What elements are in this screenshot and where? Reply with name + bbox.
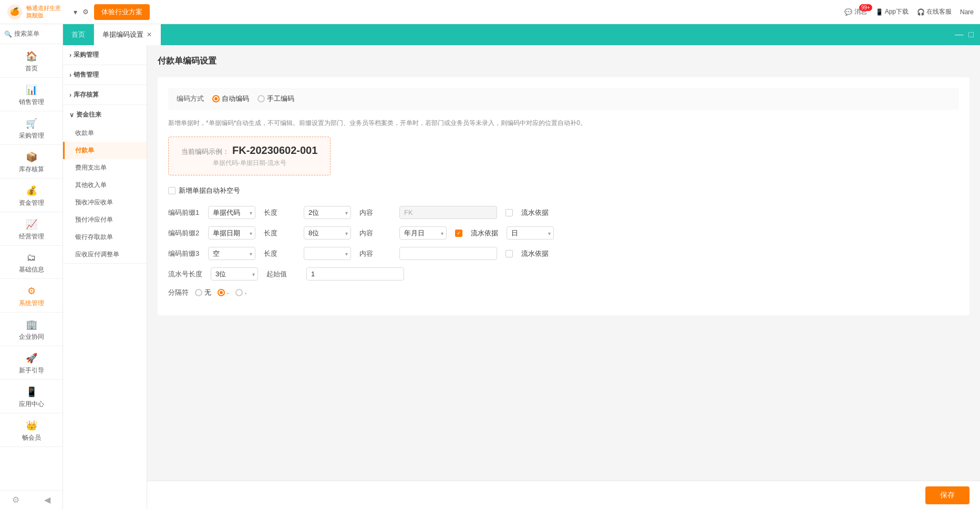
sidebar-item-newguide[interactable]: 🚀 新手引导 (0, 346, 63, 380)
tab-home[interactable]: 首页 (63, 24, 94, 45)
sidebar-bottom: ⚙ ◀ (0, 490, 63, 509)
serial2-label: 流水依据 (471, 228, 498, 238)
sec-item-prepay-payable[interactable]: 预付冲应付单 (63, 211, 147, 228)
chevron-down-icon: ∨ (69, 111, 74, 119)
top-bar-right: 💬 消息 99+ 📱 App下载 🎧 在线客服 Nare (844, 7, 974, 16)
sec-group-inventory: › 库存核算 (63, 85, 147, 105)
length2-select[interactable]: 8位 (304, 226, 351, 240)
sidebar-item-base[interactable]: 🗂 基础信息 (0, 246, 63, 279)
sidebar-item-inventory[interactable]: 📦 库存核算 (0, 145, 63, 179)
sidebar-item-appcenter[interactable]: 📱 应用中心 (0, 380, 63, 413)
length1-select-wrap: 2位 (304, 206, 351, 219)
prefix3-select[interactable]: 空 (208, 247, 255, 260)
sec-group-capital: ∨ 资金往来 收款单 付款单 费用支出单 其他收入单 (63, 105, 147, 264)
sec-item-prepay-receivable[interactable]: 预收冲应收单 (63, 194, 147, 211)
sec-group-inventory-title[interactable]: › 库存核算 (63, 85, 147, 105)
auto-encode-radio[interactable]: 自动编码 (212, 94, 249, 103)
sidebar-item-label: 企业协同 (19, 333, 44, 341)
serial1-checkbox[interactable] (506, 209, 513, 216)
manual-encode-radio[interactable]: 手工编码 (257, 94, 294, 103)
length2-select-wrap: 8位 (304, 226, 351, 240)
app-download-button[interactable]: 📱 App下载 (875, 7, 909, 16)
user-avatar[interactable]: Nare (960, 8, 974, 16)
auto-fill-checkbox[interactable] (168, 187, 176, 194)
prefix1-select-wrap: 单据代码 (208, 206, 255, 219)
sidebar-settings-icon[interactable]: ⚙ (12, 495, 19, 505)
experience-button[interactable]: 体验行业方案 (94, 4, 150, 20)
prefix2-select[interactable]: 单据日期 (208, 226, 255, 240)
code-preview-sub: 单据代码-单据日期-流水号 (181, 159, 317, 168)
sep-dot-dot (218, 289, 225, 296)
sidebar-item-operation[interactable]: 📈 经营管理 (0, 212, 63, 246)
sec-item-bank[interactable]: 银行存取款单 (63, 228, 147, 246)
member-icon: 👑 (26, 420, 37, 431)
prefix2-label: 编码前缀2 (168, 228, 200, 238)
online-service-button[interactable]: 🎧 在线客服 (917, 7, 952, 16)
length1-select[interactable]: 2位 (304, 206, 351, 219)
auto-encode-radio-dot (212, 95, 220, 102)
sidebar-item-system[interactable]: ⚙ 系统管理 (0, 279, 63, 313)
start-value-input[interactable] (306, 267, 404, 281)
newguide-icon: 🚀 (26, 352, 37, 364)
sidebar-item-member[interactable]: 👑 畅会员 (0, 413, 63, 447)
home-icon: 🏠 (26, 50, 37, 62)
content3-input[interactable] (399, 247, 497, 260)
chevron-right-icon3: › (69, 91, 71, 99)
serial-length-select[interactable]: 3位 (211, 267, 258, 281)
sec-item-expense[interactable]: 费用支出单 (63, 159, 147, 176)
separator-dot-label: · (227, 289, 229, 297)
serial3-label: 流水依据 (521, 249, 549, 258)
prefix1-select[interactable]: 单据代码 (208, 206, 255, 219)
sidebar-collapse-icon[interactable]: ◀ (44, 495, 50, 505)
content2-select-wrap: 年月日 (399, 226, 447, 240)
tab-encode-settings[interactable]: 单据编码设置 ✕ (94, 24, 161, 45)
sidebar-item-home[interactable]: 🏠 首页 (0, 44, 63, 78)
sidebar-item-enterprise[interactable]: 🏢 企业协同 (0, 313, 63, 346)
sec-group-purchase: › 采购管理 (63, 45, 147, 65)
separator-dot2-radio[interactable]: · (235, 289, 247, 297)
prefix3-select-wrap: 空 (208, 247, 255, 260)
settings-icon[interactable]: ⚙ (82, 8, 89, 16)
separator-none-radio[interactable]: 无 (195, 288, 211, 297)
sec-item-receipt[interactable]: 收款单 (63, 124, 147, 142)
sales-icon: 📊 (26, 84, 37, 96)
sidebar-item-label: 销售管理 (19, 98, 44, 107)
tab-close-icon[interactable]: ✕ (147, 31, 152, 38)
form-row-2: 编码前缀2 单据日期 长度 8位 (168, 226, 959, 240)
sidebar-item-label: 应用中心 (19, 400, 44, 409)
search-menu-button[interactable]: 🔍 搜索菜单 (0, 24, 63, 44)
sec-group-sales-title[interactable]: › 销售管理 (63, 65, 147, 85)
page-title: 付款单编码设置 (158, 56, 969, 67)
separator-row: 分隔符 无 · · (168, 288, 959, 297)
sidebar-item-purchase[interactable]: 🛒 采购管理 (0, 111, 63, 145)
content2-select[interactable]: 年月日 (399, 226, 447, 240)
sidebar-item-sales[interactable]: 📊 销售管理 (0, 78, 63, 111)
sidebar-item-label: 库存核算 (19, 165, 44, 174)
dropdown-arrow-icon[interactable]: ▾ (74, 8, 77, 16)
encode-method-row: 编码方式 自动编码 手工编码 (168, 88, 959, 110)
serial2-checkbox[interactable]: ✓ (455, 230, 462, 237)
bottom-bar: 保存 (147, 481, 980, 509)
sec-item-payment[interactable]: 付款单 (63, 142, 147, 159)
sec-group-purchase-title[interactable]: › 采购管理 (63, 45, 147, 65)
serial2-unit-select[interactable]: 日 (507, 226, 554, 240)
save-button[interactable]: 保存 (925, 486, 969, 504)
manual-encode-label: 手工编码 (267, 94, 294, 103)
length3-select[interactable] (304, 247, 351, 260)
logo-area: 🍊 畅通道好生意 旗舰版 (6, 4, 69, 20)
sec-item-adjust[interactable]: 应收应付调整单 (63, 246, 147, 263)
content2-label: 内容 (359, 228, 391, 238)
sidebar-item-finance[interactable]: 💰 资金管理 (0, 179, 63, 212)
separator-dot-radio[interactable]: · (218, 289, 229, 297)
serial3-checkbox[interactable] (506, 250, 513, 257)
sidebar-item-label: 首页 (25, 64, 38, 73)
minimize-icon[interactable]: — (953, 28, 965, 41)
sec-item-other-income[interactable]: 其他收入单 (63, 176, 147, 194)
auto-fill-label: 新增单据自动补空号 (179, 186, 240, 195)
separator-label: 分隔符 (168, 288, 189, 297)
top-bar: 🍊 畅通道好生意 旗舰版 ▾ ⚙ 体验行业方案 💬 消息 99+ 📱 App下载… (0, 0, 980, 24)
messages-button[interactable]: 💬 消息 99+ (844, 7, 867, 16)
maximize-icon[interactable]: □ (966, 28, 976, 41)
sec-group-capital-title[interactable]: ∨ 资金往来 (63, 105, 147, 124)
operation-icon: 📈 (26, 219, 37, 230)
